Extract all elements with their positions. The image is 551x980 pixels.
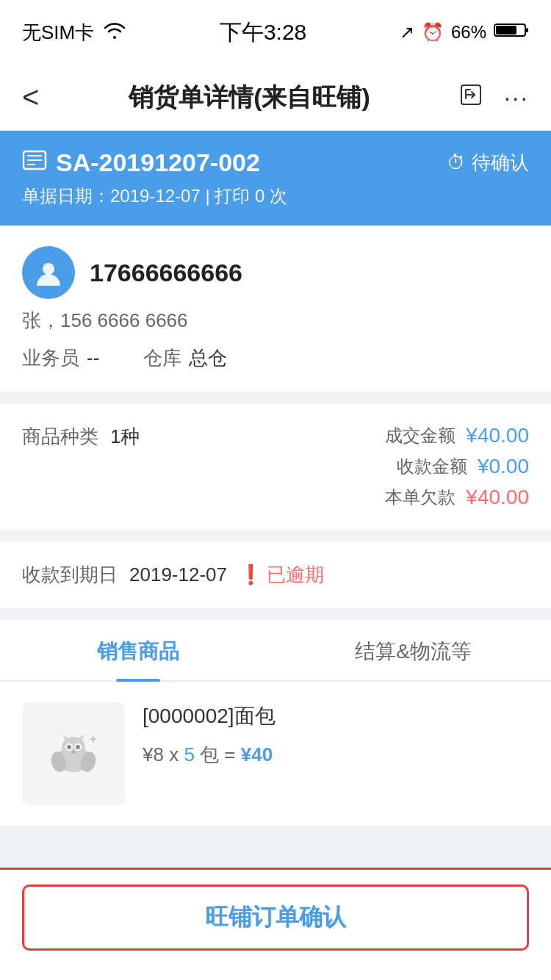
svg-point-15	[67, 745, 71, 749]
wifi-icon	[103, 21, 126, 44]
deal-label: 成交金额	[385, 424, 455, 447]
product-section: + [0000002]面包 ¥8 x 5 包 = ¥40	[0, 682, 551, 826]
location-icon: ↗	[400, 22, 414, 43]
customer-row: 17666666666	[22, 246, 529, 299]
status-left: 无SIM卡	[22, 20, 126, 46]
svg-rect-2	[526, 28, 528, 32]
order-id: SA-20191207-002	[22, 148, 260, 177]
confirm-order-label: 旺铺订单确认	[205, 901, 346, 934]
carrier-label: 无SIM卡	[22, 20, 94, 46]
receipt-amount: ¥0.00	[478, 455, 529, 478]
due-label: 收款到期日	[22, 562, 118, 588]
due-date: 2019-12-07	[129, 563, 227, 586]
summary-left: 商品种类 1种	[22, 424, 140, 450]
status-clock-icon: ⏱	[447, 151, 466, 174]
nav-bar: < 销货单详情(来自旺铺) ···	[0, 65, 551, 131]
product-price: ¥8 x 5 包 = ¥40	[143, 742, 529, 768]
salesman-value: --	[87, 347, 99, 370]
share-icon[interactable]	[460, 84, 482, 111]
customer-meta: 业务员 -- 仓库 总仓	[22, 345, 529, 371]
tab-settlement-label: 结算&物流等	[355, 640, 472, 663]
avatar	[22, 246, 75, 299]
salesman-meta: 业务员 --	[22, 345, 99, 371]
svg-point-10	[62, 737, 85, 757]
receipt-label: 收款金额	[397, 455, 467, 478]
svg-point-16	[76, 745, 80, 749]
status-right: ↗ ⏰ 66%	[400, 21, 529, 43]
warehouse-value: 总仓	[189, 345, 227, 371]
order-status: ⏱ 待确认	[447, 150, 529, 176]
price-qty: 5	[184, 743, 194, 765]
order-header: SA-20191207-002 ⏱ 待确认 单据日期：2019-12-07 | …	[0, 131, 551, 226]
customer-name: 张，156 6666 6666	[22, 308, 529, 334]
more-icon[interactable]: ···	[504, 83, 529, 112]
warehouse-meta: 仓库 总仓	[143, 345, 227, 371]
deal-amount: ¥40.00	[466, 424, 529, 447]
customer-phone: 17666666666	[90, 259, 242, 287]
type-label: 商品种类	[22, 424, 98, 450]
alarm-icon: ⏰	[422, 22, 444, 43]
bottom-bar: 旺铺订单确认	[0, 868, 551, 980]
tabs-section: 销售商品 结算&物流等	[0, 620, 551, 682]
overdue-badge: ❗ 已逾期	[239, 562, 324, 588]
deal-row: 成交金额 ¥40.00	[385, 424, 529, 447]
summary-right: 成交金额 ¥40.00 收款金额 ¥0.00 本单欠款 ¥40.00	[385, 424, 529, 509]
overdue-text: 已逾期	[267, 562, 324, 588]
product-thumbnail: +	[22, 702, 125, 805]
overdue-warning-icon: ❗	[239, 563, 262, 586]
battery-icon	[494, 21, 529, 43]
debt-amount: ¥40.00	[466, 486, 529, 509]
tab-sales-product[interactable]: 销售商品	[0, 620, 276, 680]
customer-section: 17666666666 张，156 6666 6666 业务员 -- 仓库 总仓	[0, 226, 551, 392]
page-title: 销货单详情(来自旺铺)	[129, 81, 370, 115]
status-text: 待确认	[472, 150, 529, 176]
price-multiply: x	[169, 743, 184, 765]
type-value: 1种	[110, 424, 140, 450]
svg-point-8	[43, 263, 54, 275]
tab-sales-product-label: 销售商品	[97, 640, 179, 663]
price-equals: =	[224, 743, 240, 765]
status-time: 下午3:28	[220, 18, 306, 48]
nav-icons: ···	[460, 83, 529, 112]
order-icon	[22, 150, 47, 176]
tabs-row: 销售商品 结算&物流等	[0, 620, 551, 682]
salesman-label: 业务员	[22, 345, 79, 371]
price-unit: ¥8	[143, 743, 164, 765]
status-bar: 无SIM卡 下午3:28 ↗ ⏰ 66%	[0, 0, 551, 65]
receipt-row: 收款金额 ¥0.00	[397, 455, 529, 478]
due-section: 收款到期日 2019-12-07 ❗ 已逾期	[0, 541, 551, 608]
order-id-row: SA-20191207-002 ⏱ 待确认	[22, 148, 529, 177]
battery-label: 66%	[451, 22, 486, 43]
price-total: ¥40	[241, 743, 273, 765]
product-name: [0000002]面包	[143, 702, 529, 730]
debt-label: 本单欠款	[385, 486, 455, 509]
order-id-text: SA-20191207-002	[56, 148, 260, 177]
product-info: [0000002]面包 ¥8 x 5 包 = ¥40	[143, 702, 529, 768]
svg-text:+: +	[90, 732, 96, 745]
svg-rect-1	[496, 26, 516, 35]
back-button[interactable]: <	[22, 81, 39, 114]
tab-settlement[interactable]: 结算&物流等	[276, 620, 551, 680]
debt-row: 本单欠款 ¥40.00	[385, 486, 529, 509]
price-unit-label: 包	[200, 743, 219, 765]
confirm-order-button[interactable]: 旺铺订单确认	[22, 884, 529, 951]
summary-section: 商品种类 1种 成交金额 ¥40.00 收款金额 ¥0.00 本单欠款 ¥40.…	[0, 403, 551, 530]
order-date: 单据日期：2019-12-07 | 打印 0 次	[22, 184, 529, 208]
warehouse-label: 仓库	[143, 345, 181, 371]
